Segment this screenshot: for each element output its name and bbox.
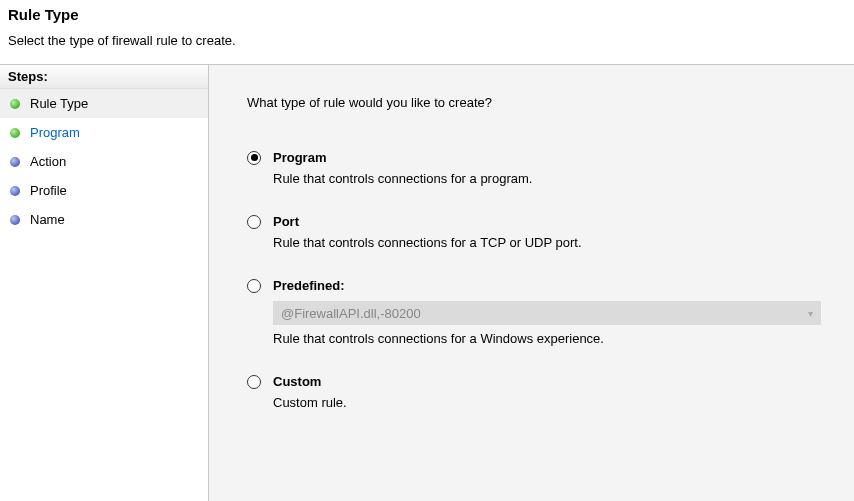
option-head[interactable]: Predefined:: [247, 278, 821, 293]
main-panel: What type of rule would you like to crea…: [208, 64, 854, 501]
step-label: Action: [30, 154, 66, 169]
radio-port[interactable]: [247, 215, 261, 229]
step-label: Rule Type: [30, 96, 88, 111]
page-title: Rule Type: [8, 6, 846, 23]
option-label: Custom: [273, 374, 321, 389]
option-head[interactable]: Custom: [247, 374, 821, 389]
option-desc: Rule that controls connections for a TCP…: [273, 235, 821, 250]
option-desc: Rule that controls connections for a Win…: [273, 331, 821, 346]
step-label: Profile: [30, 183, 67, 198]
step-name[interactable]: Name: [0, 205, 208, 234]
option-head[interactable]: Program: [247, 150, 821, 165]
option-label: Predefined:: [273, 278, 345, 293]
option-port: Port Rule that controls connections for …: [247, 214, 821, 250]
option-label: Program: [273, 150, 326, 165]
option-custom: Custom Custom rule.: [247, 374, 821, 410]
step-program[interactable]: Program: [0, 118, 208, 147]
bullet-icon: [10, 128, 20, 138]
page-subtitle: Select the type of firewall rule to crea…: [8, 33, 846, 48]
option-predefined: Predefined: @FirewallAPI.dll,-80200 ▾ Ru…: [247, 278, 821, 346]
radio-program[interactable]: [247, 151, 261, 165]
option-head[interactable]: Port: [247, 214, 821, 229]
predefined-dropdown[interactable]: @FirewallAPI.dll,-80200 ▾: [273, 301, 821, 325]
radio-predefined[interactable]: [247, 279, 261, 293]
steps-heading: Steps:: [0, 65, 208, 89]
steps-sidebar: Steps: Rule Type Program Action Profile …: [0, 64, 208, 501]
step-profile[interactable]: Profile: [0, 176, 208, 205]
page-header: Rule Type Select the type of firewall ru…: [0, 0, 854, 64]
bullet-icon: [10, 215, 20, 225]
option-desc: Rule that controls connections for a pro…: [273, 171, 821, 186]
option-label: Port: [273, 214, 299, 229]
bullet-icon: [10, 157, 20, 167]
radio-custom[interactable]: [247, 375, 261, 389]
content-wrap: Steps: Rule Type Program Action Profile …: [0, 64, 854, 501]
step-label: Name: [30, 212, 65, 227]
step-rule-type[interactable]: Rule Type: [0, 89, 208, 118]
step-action[interactable]: Action: [0, 147, 208, 176]
chevron-down-icon: ▾: [808, 308, 813, 319]
dropdown-value: @FirewallAPI.dll,-80200: [281, 306, 421, 321]
bullet-icon: [10, 99, 20, 109]
option-program: Program Rule that controls connections f…: [247, 150, 821, 186]
bullet-icon: [10, 186, 20, 196]
main-prompt: What type of rule would you like to crea…: [247, 95, 821, 110]
steps-list: Rule Type Program Action Profile Name: [0, 89, 208, 234]
option-desc: Custom rule.: [273, 395, 821, 410]
step-label: Program: [30, 125, 80, 140]
